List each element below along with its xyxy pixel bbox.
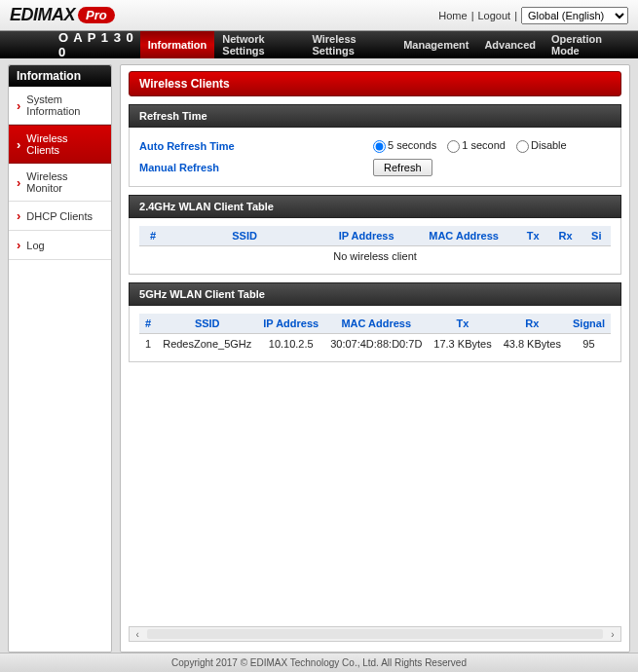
th5-rx: Rx: [498, 314, 567, 334]
cell-ip: 10.10.2.5: [257, 334, 324, 355]
cell-rx: 43.8 KBytes: [498, 334, 567, 355]
footer: Copyright 2017 © EDIMAX Technology Co., …: [0, 653, 638, 672]
table24-title: 2.4GHz WLAN Client Table: [129, 195, 621, 218]
cell-idx: 1: [139, 334, 157, 355]
th5-ip: IP Address: [257, 314, 324, 334]
th5-idx: #: [139, 314, 157, 334]
table-24ghz: # SSID IP Address MAC Address Tx Rx Si N…: [139, 226, 611, 266]
refresh-5s-option[interactable]: 5 seconds: [373, 139, 436, 151]
cell-ssid: RedesZone_5GHz: [157, 334, 257, 355]
nav-item-management[interactable]: Management: [395, 31, 476, 58]
logout-link[interactable]: Logout: [477, 10, 510, 21]
sidebar-title: Information: [9, 65, 111, 87]
sidebar-item-log[interactable]: Log: [9, 231, 111, 260]
scroll-right-icon[interactable]: ›: [605, 629, 620, 640]
logo: EDIMAX Pro: [10, 5, 115, 25]
main-navbar: O A P 1 3 0 0 InformationNetwork Setting…: [0, 31, 638, 58]
th-sig: Si: [582, 226, 611, 246]
scroll-left-icon[interactable]: ‹: [130, 629, 145, 640]
nav-item-network-settings[interactable]: Network Settings: [214, 31, 304, 58]
nav-item-information[interactable]: Information: [140, 31, 215, 58]
sidebar-item-system-information[interactable]: System Information: [9, 87, 111, 125]
sidebar: Information System InformationWireless C…: [8, 64, 112, 653]
no-client-msg: No wireless client: [139, 246, 611, 267]
sidebar-item-wireless-clients[interactable]: Wireless Clients: [9, 125, 111, 164]
model-label: O A P 1 3 0 0: [58, 30, 140, 59]
th5-mac: MAC Address: [324, 314, 428, 334]
auto-refresh-label: Auto Refresh Time: [139, 140, 373, 152]
content-pane: Wireless Clients Refresh Time Auto Refre…: [120, 64, 630, 653]
scroll-track[interactable]: [147, 629, 603, 639]
cell-sig: 95: [567, 334, 611, 355]
refresh-1s-option[interactable]: 1 second: [447, 139, 506, 151]
table-5ghz: # SSID IP Address MAC Address Tx Rx Sign…: [139, 314, 611, 354]
th-ssid: SSID: [167, 226, 322, 246]
refresh-1s-radio[interactable]: [447, 140, 460, 153]
logo-text: EDIMAX: [10, 5, 75, 25]
refresh-disable-radio[interactable]: [516, 140, 529, 153]
nav-item-operation-mode[interactable]: Operation Mode: [544, 31, 628, 58]
th-tx: Tx: [517, 226, 549, 246]
table5-title: 5GHz WLAN Client Table: [129, 282, 621, 306]
language-select[interactable]: Global (English): [521, 7, 628, 24]
manual-refresh-label: Manual Refresh: [139, 162, 373, 173]
table-row: 1RedesZone_5GHz10.10.2.530:07:4D:88:D0:7…: [139, 334, 611, 355]
th5-tx: Tx: [428, 314, 497, 334]
nav-item-wireless-settings[interactable]: Wireless Settings: [305, 31, 396, 58]
cell-tx: 17.3 KBytes: [428, 334, 497, 355]
header-bar: EDIMAX Pro Home | Logout | Global (Engli…: [0, 0, 638, 31]
nav-item-advanced[interactable]: Advanced: [476, 31, 544, 58]
th-rx: Rx: [548, 226, 582, 246]
refresh-5s-radio[interactable]: [373, 140, 386, 153]
th-mac: MAC Address: [410, 226, 517, 246]
refresh-button[interactable]: Refresh: [373, 159, 432, 176]
sidebar-item-wireless-monitor[interactable]: Wireless Monitor: [9, 164, 111, 202]
logo-pro-badge: Pro: [78, 7, 115, 23]
th-ip: IP Address: [322, 226, 410, 246]
th5-sig: Signal: [567, 314, 611, 334]
refresh-disable-option[interactable]: Disable: [516, 139, 567, 151]
horizontal-scrollbar[interactable]: ‹ ›: [129, 626, 621, 642]
page-title: Wireless Clients: [129, 71, 621, 96]
refresh-section-title: Refresh Time: [129, 104, 621, 128]
th5-ssid: SSID: [157, 314, 257, 334]
cell-mac: 30:07:4D:88:D0:7D: [324, 334, 428, 355]
sidebar-item-dhcp-clients[interactable]: DHCP Clients: [9, 202, 111, 231]
th-idx: #: [139, 226, 167, 246]
home-link[interactable]: Home: [438, 10, 467, 21]
